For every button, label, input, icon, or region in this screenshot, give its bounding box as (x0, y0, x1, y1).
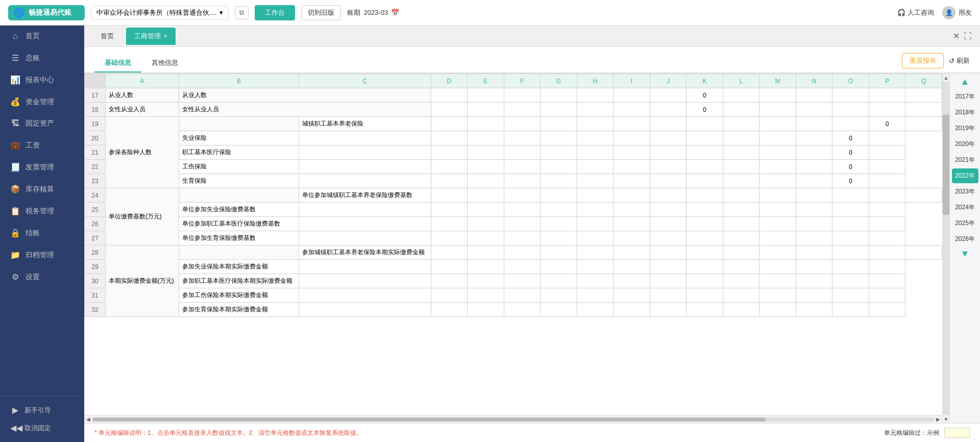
cell-25-H[interactable] (541, 203, 577, 217)
cell-31-Q[interactable] (869, 288, 905, 303)
cell-32-O[interactable] (796, 303, 832, 317)
cell-19-P[interactable]: 0 (869, 117, 905, 131)
sidebar-item-home[interactable]: ⌂首页 (0, 26, 84, 47)
cell-26-K[interactable] (650, 217, 687, 231)
cell-31-C[interactable]: 参加工伤保险本期实际缴费金额 (179, 288, 299, 303)
sidebar-item-asset[interactable]: 🏗固定资产 (0, 113, 84, 134)
cell-24-L[interactable] (723, 188, 760, 203)
cell-21-M[interactable] (723, 145, 760, 160)
cell-21-F[interactable] (468, 145, 504, 160)
cell-21-P[interactable]: 0 (832, 145, 869, 160)
cell-27-P[interactable] (832, 231, 869, 245)
cell-17-D[interactable] (431, 88, 468, 103)
cell-25-G[interactable] (504, 203, 541, 217)
cell-23-C[interactable]: 生育保险 (179, 174, 299, 188)
cell-24-H[interactable] (577, 188, 614, 203)
year-item-2022年[interactable]: 2022年 (952, 168, 978, 183)
cell-30-G[interactable] (504, 274, 541, 288)
cell-27-L[interactable] (687, 231, 723, 245)
cell-17-L[interactable] (723, 88, 760, 103)
cell-19-O[interactable] (832, 117, 869, 131)
cell-29-C[interactable]: 参加失业保险本期实际缴费金额 (179, 260, 299, 274)
cell-29-I[interactable] (577, 260, 614, 274)
sub-tab-other[interactable]: 其他信息 (141, 54, 188, 72)
cell-28-L[interactable] (723, 245, 760, 260)
cell-27-D[interactable] (299, 231, 431, 245)
expand-button[interactable]: ⛶ (964, 31, 972, 41)
cell-22-L[interactable] (687, 160, 723, 174)
cell-19-G[interactable] (541, 117, 577, 131)
sidebar-item-invoice[interactable]: 🧾发票管理 (0, 156, 84, 178)
cell-26-Q[interactable] (869, 217, 905, 231)
cell-29-N[interactable] (760, 260, 796, 274)
cell-30-H[interactable] (541, 274, 577, 288)
cell-18-N[interactable] (796, 103, 832, 117)
company-selector[interactable]: 中审众环会计师事务所（特殊普通合伙.... ▾ (91, 6, 229, 20)
h-scroll-track[interactable] (92, 418, 934, 422)
cell-32-D[interactable] (299, 303, 431, 317)
cell-18-Q[interactable] (905, 103, 942, 117)
cell-19-K[interactable] (687, 117, 723, 131)
cell-18-F[interactable] (504, 103, 541, 117)
cell-22-Q[interactable] (869, 160, 905, 174)
cell-23-D[interactable] (299, 174, 431, 188)
cell-20-L[interactable] (687, 131, 723, 145)
cell-29-O[interactable] (796, 260, 832, 274)
cell-28-O[interactable] (832, 245, 869, 260)
cell-17-Q[interactable] (905, 88, 942, 103)
cell-28-A[interactable]: 本期实际缴费金额(万元) (105, 245, 179, 317)
cell-18-J[interactable] (650, 103, 687, 117)
cell-24-J[interactable] (650, 188, 687, 203)
cell-25-D[interactable] (299, 203, 431, 217)
cell-26-L[interactable] (687, 217, 723, 231)
copy-button[interactable]: ⧉ (235, 6, 249, 19)
cell-32-P[interactable] (832, 303, 869, 317)
cell-18-G[interactable] (541, 103, 577, 117)
cell-29-M[interactable] (723, 260, 760, 274)
cell-20-E[interactable] (431, 131, 468, 145)
cell-31-K[interactable] (650, 288, 687, 303)
cell-29-K[interactable] (650, 260, 687, 274)
cell-21-D[interactable] (299, 145, 431, 160)
cell-24-P[interactable] (869, 188, 905, 203)
cell-20-N[interactable] (760, 131, 796, 145)
cell-25-F[interactable] (468, 203, 504, 217)
cell-23-G[interactable] (504, 174, 541, 188)
cell-25-N[interactable] (760, 203, 796, 217)
cell-30-P[interactable] (832, 274, 869, 288)
cell-30-D[interactable] (299, 274, 431, 288)
cell-27-I[interactable] (577, 231, 614, 245)
cell-28-M[interactable] (760, 245, 796, 260)
close-window-button[interactable]: ✕ (953, 31, 960, 41)
sidebar-item-fund[interactable]: 💰资金管理 (0, 91, 84, 113)
sidebar-item-settings[interactable]: ⚙设置 (0, 266, 84, 288)
cell-28-C[interactable]: 参加城镇职工基本养老保险本期实际缴费金额 (299, 245, 431, 260)
cell-20-G[interactable] (504, 131, 541, 145)
cell-21-O[interactable] (796, 145, 832, 160)
cell-25-J[interactable] (614, 203, 650, 217)
cell-24-N[interactable] (796, 188, 832, 203)
sidebar-item-report[interactable]: 📊报表中心 (0, 69, 84, 91)
cell-27-G[interactable] (504, 231, 541, 245)
cell-22-E[interactable] (431, 160, 468, 174)
cell-25-M[interactable] (723, 203, 760, 217)
cell-31-D[interactable] (299, 288, 431, 303)
cell-17-J[interactable] (650, 88, 687, 103)
cell-19-D[interactable] (431, 117, 468, 131)
cell-22-K[interactable] (650, 160, 687, 174)
sidebar-item-ledger[interactable]: ☰总账 (0, 47, 84, 69)
cell-21-K[interactable] (650, 145, 687, 160)
cell-20-I[interactable] (577, 131, 614, 145)
cell-22-H[interactable] (541, 160, 577, 174)
cell-18-H[interactable] (577, 103, 614, 117)
cell-31-O[interactable] (796, 288, 832, 303)
cell-21-C[interactable]: 职工基本医疗保险 (179, 145, 299, 160)
cell-30-Q[interactable] (869, 274, 905, 288)
cell-24-M[interactable] (760, 188, 796, 203)
cell-32-E[interactable] (431, 303, 468, 317)
cell-25-K[interactable] (650, 203, 687, 217)
cell-32-M[interactable] (723, 303, 760, 317)
cell-27-M[interactable] (723, 231, 760, 245)
cell-31-F[interactable] (468, 288, 504, 303)
cell-25-C[interactable]: 单位参加失业保险缴费基数 (179, 203, 299, 217)
